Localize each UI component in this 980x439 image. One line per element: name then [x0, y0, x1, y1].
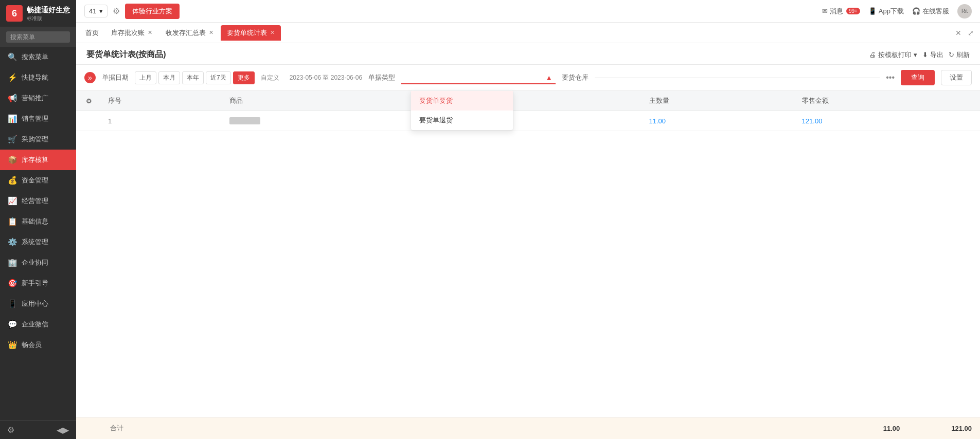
tab-expand-icon[interactable]: ⤢	[966, 27, 976, 39]
sidebar-item-guide[interactable]: 🎯 新手引导	[0, 273, 76, 294]
sidebar-item-enterprise[interactable]: 🏢 企业协同	[0, 252, 76, 273]
sidebar-item-search[interactable]: 🔍 搜索菜单	[0, 47, 76, 67]
page-title: 要货单统计表(按商品)	[86, 49, 166, 60]
filter-type-input[interactable]	[401, 71, 556, 84]
sidebar-item-label: 系统管理	[22, 237, 48, 247]
mobile-icon: 📱	[868, 7, 877, 15]
dropdown-item-order-goods[interactable]: 要货单要货	[411, 91, 513, 111]
tab-payment-summary[interactable]: 收发存汇总表 ✕	[159, 25, 220, 41]
sidebar-item-inventory[interactable]: 📦 库存核算	[0, 150, 76, 170]
tab-payment-summary-close[interactable]: ✕	[209, 29, 213, 36]
sidebar-footer: ⚙ ◀▶	[0, 420, 76, 439]
sidebar-item-member[interactable]: 👑 畅会员	[0, 335, 76, 355]
col-amount: 零售金额	[796, 91, 980, 111]
sidebar-item-sales[interactable]: 📊 销售管理	[0, 108, 76, 129]
filter-query-btn[interactable]: 查询	[901, 70, 935, 85]
sidebar-item-label: 快捷导航	[22, 73, 48, 82]
filter-date-btns: 上月 本月 本年 近7天 更多 自定义	[135, 71, 283, 84]
tab-home[interactable]: 首页	[80, 25, 104, 41]
row-product	[223, 111, 427, 131]
filter-date-7days[interactable]: 近7天	[206, 71, 231, 84]
sidebar-item-wechat[interactable]: 💬 企业微信	[0, 314, 76, 335]
settings-footer-icon[interactable]: ⚙	[7, 425, 14, 435]
app-download-label: App下载	[879, 7, 904, 16]
row-quantity-link[interactable]: 11.00	[649, 117, 666, 125]
chevron-down-icon: ▾	[914, 51, 917, 59]
sidebar-item-basic-info[interactable]: 📋 基础信息	[0, 211, 76, 232]
filter-type-label: 单据类型	[368, 73, 395, 82]
sidebar-item-operation[interactable]: 📈 经营管理	[0, 191, 76, 211]
export-icon: ⬇	[922, 51, 928, 59]
sidebar-item-quick-nav[interactable]: ⚡ 快捷导航	[0, 67, 76, 88]
search-input[interactable]	[6, 31, 70, 43]
summary-amount: 121.00	[951, 425, 972, 432]
tab-home-label: 首页	[85, 28, 99, 38]
notifications-btn[interactable]: ✉ 消息 99+	[822, 7, 860, 16]
filter-date-more[interactable]: 更多	[233, 71, 255, 84]
online-service-btn[interactable]: 🎧 在线客服	[912, 7, 949, 16]
filter-date-this-month[interactable]: 本月	[158, 71, 180, 84]
user-avatar[interactable]: Rit	[957, 4, 972, 19]
store-selector[interactable]: 41 ▾	[84, 5, 108, 17]
sidebar-logo: 6 畅捷通好生意 标准版	[0, 0, 76, 27]
tab-close-all-icon[interactable]: ✕	[953, 27, 964, 39]
chat-icon: 💬	[7, 319, 17, 330]
tab-bar: 首页 库存批次账 ✕ 收发存汇总表 ✕ 要货单统计表 ✕ ✕ ⤢	[76, 23, 980, 43]
print-template-btn[interactable]: 🖨 按模板打印 ▾	[869, 50, 917, 60]
dropdown-item-order-return[interactable]: 要货单退货	[411, 111, 513, 130]
sidebar-item-label: 销售管理	[22, 114, 48, 123]
sidebar-item-finance[interactable]: 💰 资金管理	[0, 170, 76, 191]
tab-batch-account[interactable]: 库存批次账 ✕	[105, 25, 158, 41]
filter-type-wrapper: ▲	[401, 71, 556, 84]
tab-batch-account-close[interactable]: ✕	[148, 29, 152, 36]
collapse-sidebar-icon[interactable]: ◀▶	[57, 425, 69, 435]
headset-icon: 🎧	[912, 7, 920, 15]
sidebar-search-box[interactable]	[0, 27, 76, 47]
trending-icon: 📈	[7, 196, 17, 206]
filter-more-icon[interactable]: •••	[886, 73, 895, 82]
col-quantity: 主数量	[643, 91, 796, 111]
sidebar-item-purchase[interactable]: 🛒 采购管理	[0, 129, 76, 150]
filter-settings-btn[interactable]: 设置	[941, 70, 972, 85]
bell-icon: ✉	[822, 7, 828, 15]
row-amount: 121.00	[796, 111, 980, 131]
cart-icon: 🛒	[7, 134, 17, 144]
print-label: 按模板打印	[878, 50, 912, 60]
sidebar-item-label: 应用中心	[22, 299, 48, 308]
crown-icon: 👑	[7, 340, 17, 350]
tab-order-summary-label: 要货单统计表	[227, 28, 267, 38]
clipboard-icon: 📋	[7, 216, 17, 227]
chevron-up-icon[interactable]: ▲	[545, 74, 553, 82]
tab-order-summary-close[interactable]: ✕	[270, 29, 275, 36]
col-settings-icon: ⚙	[86, 97, 92, 105]
row-no: 1	[102, 111, 223, 131]
filter-expand-btn[interactable]: »	[84, 72, 96, 83]
sidebar-item-marketing[interactable]: 📢 营销推广	[0, 88, 76, 108]
settings-icon[interactable]: ⚙	[113, 6, 120, 16]
row-amount-link[interactable]: 121.00	[802, 117, 823, 125]
sidebar-item-label: 新手引导	[22, 279, 48, 288]
page-actions: 🖨 按模板打印 ▾ ⬇ 导出 ↻ 刷新	[869, 50, 970, 60]
row-settings-cell	[76, 111, 102, 131]
filter-date-last-month[interactable]: 上月	[135, 71, 156, 84]
app-download-btn[interactable]: 📱 App下载	[868, 7, 904, 16]
col-no: 序号	[102, 91, 223, 111]
sidebar-item-label: 企业微信	[22, 320, 48, 329]
sidebar-item-app-center[interactable]: 📱 应用中心	[0, 294, 76, 314]
summary-label: 合计	[84, 424, 123, 433]
sidebar-item-system[interactable]: ⚙️ 系统管理	[0, 232, 76, 252]
industry-btn[interactable]: 体验行业方案	[125, 4, 180, 19]
refresh-btn[interactable]: ↻ 刷新	[949, 50, 970, 60]
tab-order-summary[interactable]: 要货单统计表 ✕	[221, 25, 281, 41]
summary-quantity: 11.00	[883, 425, 900, 432]
filter-date-this-year[interactable]: 本年	[182, 71, 204, 84]
sidebar-nav: 🔍 搜索菜单 ⚡ 快捷导航 📢 营销推广 📊 销售管理 🛒 采购管理 📦 库存核…	[0, 47, 76, 420]
box-icon: 📦	[7, 155, 17, 165]
col-settings[interactable]: ⚙	[76, 91, 102, 111]
sidebar-item-label: 资金管理	[22, 176, 48, 185]
sidebar-item-label: 畅会员	[22, 340, 42, 350]
export-btn[interactable]: ⬇ 导出	[922, 50, 943, 60]
filter-date-custom[interactable]: 自定义	[257, 72, 283, 84]
table-row: 1 块 11.00 121.00	[76, 111, 980, 131]
megaphone-icon: 📢	[7, 93, 17, 103]
